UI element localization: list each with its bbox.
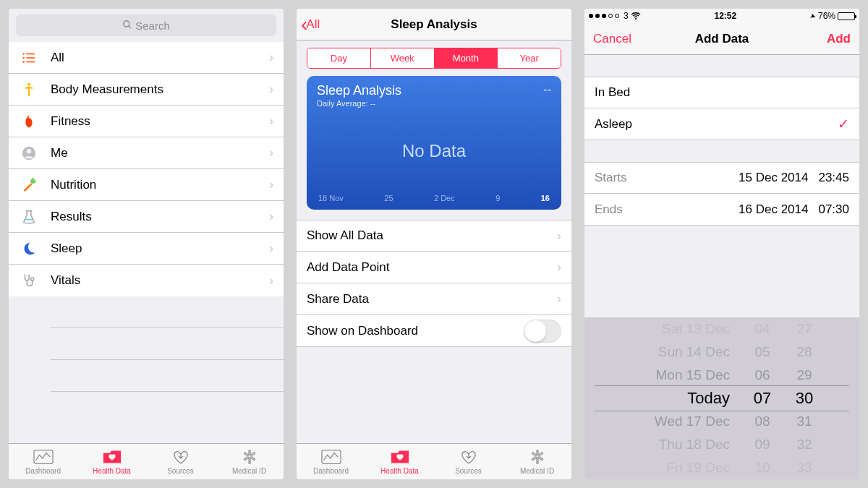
empty-row [51,392,284,424]
chevron-right-icon: › [269,82,273,97]
chevron-right-icon: › [269,273,273,288]
chevron-right-icon: › [557,228,561,244]
row-ends[interactable]: Ends 16 Dec 201407:30 [584,194,859,226]
category-me[interactable]: Me › [9,137,284,169]
tab-health-data[interactable]: Health Data [77,444,146,479]
chart-icon [33,448,54,466]
wifi-icon [631,12,641,20]
starts-time: 23:45 [818,171,849,185]
battery-icon [838,12,855,20]
chevron-right-icon: › [269,177,273,192]
chevron-right-icon: › [269,241,273,256]
battery-pct: 76% [818,11,835,21]
tab-label: Medical ID [232,467,266,475]
category-label: All [51,51,269,65]
cell-label: Add Data Point [307,260,389,275]
svg-point-8 [27,82,30,85]
sleep-analysis-screen: ‹ All Sleep Analysis Day Week Month Year… [297,9,571,479]
tab-label: Health Data [380,467,419,475]
folder-heart-icon [390,448,410,466]
cell-label: Share Data [307,292,369,307]
segment-day[interactable]: Day [307,48,371,68]
svg-line-1 [129,25,131,27]
svg-rect-5 [26,53,35,54]
status-bar: 3 12:52 ➤ 76% [584,9,859,23]
svg-point-17 [635,18,637,20]
dashboard-toggle[interactable] [524,320,561,343]
person-icon [19,145,39,161]
heart-down-icon [172,448,190,466]
add-data-point[interactable]: Add Data Point › [297,252,571,283]
category-nutrition[interactable]: Nutrition › [9,169,284,201]
tab-medical-id[interactable]: Medical ID [215,444,284,479]
chart-icon [321,448,341,466]
tab-medical-id[interactable]: Medical ID [503,444,571,479]
tab-health-data[interactable]: Health Data [365,444,434,479]
add-button[interactable]: Add [827,32,851,46]
tab-dashboard[interactable]: Dashboard [297,444,365,479]
category-all[interactable]: All › [9,42,284,74]
cell-label: Show All Data [307,228,383,243]
health-categories-screen: Search All › Body Measurements › Fitness… [9,9,284,479]
chevron-right-icon: › [269,114,273,129]
back-button[interactable]: ‹ All [301,14,320,35]
tab-dashboard[interactable]: Dashboard [9,444,77,479]
tab-label: Sources [455,467,482,475]
star-of-life-icon [529,448,545,466]
category-label: Sleep [51,241,269,256]
category-label: Body Measurements [51,82,269,97]
category-body-measurements[interactable]: Body Measurements › [9,74,284,106]
moon-icon [19,241,39,257]
option-asleep[interactable]: Asleep ✓ [584,108,859,140]
chevron-right-icon: › [269,209,273,224]
svg-rect-6 [26,57,35,59]
row-starts[interactable]: Starts 15 Dec 201423:45 [584,162,859,194]
folder-heart-icon [102,448,122,466]
search-icon [122,20,132,32]
category-vitals[interactable]: Vitals › [9,265,284,296]
show-all-data[interactable]: Show All Data › [297,220,571,252]
empty-row [51,328,284,360]
category-label: Vitals [51,273,269,288]
navbar: ‹ All Sleep Analysis [297,9,571,40]
category-label: Results [51,210,269,224]
picker-date-col[interactable]: Sat 13 Dec Sun 14 Dec Mon 15 Dec Today W… [618,317,741,479]
card-axis: 18 Nov 25 2 Dec 9 16 [317,194,551,205]
card-subtitle: Daily Average: -- [317,99,401,108]
chevron-right-icon: › [557,291,561,307]
category-fitness[interactable]: Fitness › [9,106,284,137]
no-data-text: No Data [402,141,466,161]
svg-point-0 [124,20,129,26]
field-label: Ends [595,202,623,217]
add-data-screen: 3 12:52 ➤ 76% Cancel Add Data Add In Bed… [584,9,859,479]
cell-label: In Bed [595,85,630,100]
tabbar: Dashboard Health Data Sources Medical ID [9,443,284,479]
show-on-dashboard: Show on Dashboard [297,315,571,347]
category-list: All › Body Measurements › Fitness › Me › [9,42,284,296]
tab-sources[interactable]: Sources [146,444,215,479]
back-label: All [306,17,320,32]
category-label: Fitness [51,114,269,129]
navbar: Cancel Add Data Add [584,23,859,55]
segment-week[interactable]: Week [371,48,435,68]
search-input[interactable]: Search [16,14,276,36]
ends-time: 07:30 [818,202,849,217]
option-in-bed[interactable]: In Bed [584,77,859,108]
card-title: Sleep Analysis [317,83,401,98]
share-data[interactable]: Share Data › [297,283,571,315]
datetime-picker[interactable]: Sat 13 Dec Sun 14 Dec Mon 15 Dec Today W… [584,317,859,479]
category-sleep[interactable]: Sleep › [9,233,284,265]
segment-month[interactable]: Month [435,48,498,68]
category-results[interactable]: Results › [9,201,284,233]
cell-label: Show on Dashboard [307,324,418,338]
stethoscope-icon [19,273,39,288]
flame-icon [19,114,39,129]
sleep-card[interactable]: Sleep Analysis Daily Average: -- -- No D… [307,76,561,210]
cancel-button[interactable]: Cancel [593,32,631,46]
picker-hour-col[interactable]: 04 05 06 07 08 09 10 [741,317,783,479]
picker-minute-col[interactable]: 27 28 29 30 31 32 33 [783,317,825,479]
star-of-life-icon [242,448,258,466]
tab-sources[interactable]: Sources [434,444,503,479]
segment-year[interactable]: Year [498,48,561,68]
card-value: -- [543,83,551,108]
